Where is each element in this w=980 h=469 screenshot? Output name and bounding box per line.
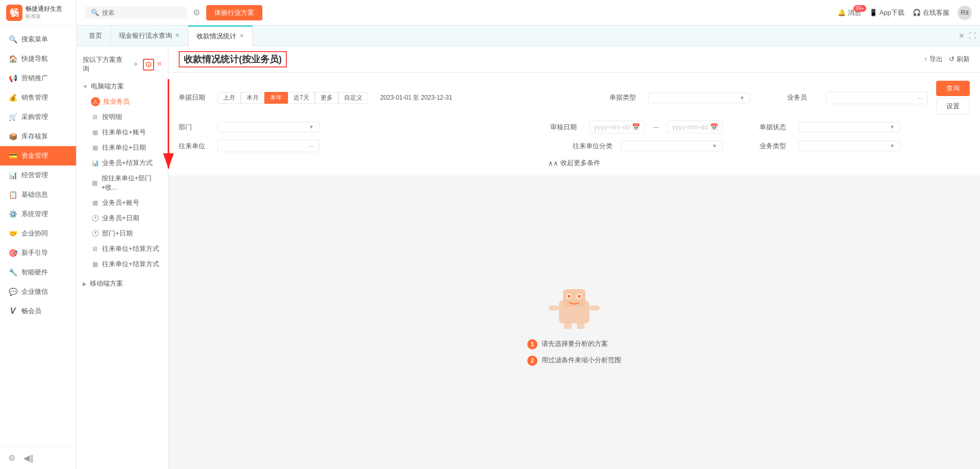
scheme-item-by-salesperson[interactable]: 人 按业务员 — [77, 94, 168, 109]
sidebar-item-guide[interactable]: 🎯 新手引导 — [0, 243, 76, 263]
date-tab-this-year[interactable]: 本年 — [264, 92, 288, 104]
scheme-item-label: 往来单位+结算方式 — [102, 244, 159, 253]
topbar-service[interactable]: 🎧 在线客服 — [913, 8, 949, 17]
table-icon: ▦ — [91, 128, 99, 136]
dept-label: 部门 — [179, 123, 209, 132]
sidebar-item-marketing[interactable]: 📢 营销推广 — [0, 68, 76, 88]
scheme-header-actions: ＋ ⚙ « — [132, 59, 162, 71]
sidebar-item-member[interactable]: V 畅会员 — [0, 301, 76, 321]
tip-text-2: 用过滤条件来缩小分析范围 — [542, 356, 621, 365]
sidebar-item-label: 企业协同 — [21, 229, 48, 238]
counterpart-type-select[interactable]: ▼ — [621, 140, 723, 151]
chevron-down-icon: ▼ — [890, 124, 895, 130]
scheme-panel: 按以下方案查询 ＋ ⚙ « ▼ 电脑端方案 人 按业务员 ⊞ — [77, 46, 168, 469]
sidebar-item-label: 搜索菜单 — [21, 35, 48, 44]
sidebar-item-quicknav[interactable]: 🏠 快捷导航 — [0, 49, 76, 68]
sidebar-item-label: 基础信息 — [21, 190, 48, 199]
date-tab-custom[interactable]: 自定义 — [338, 92, 368, 104]
sidebar-item-inventory[interactable]: 📦 库存核算 — [0, 127, 76, 146]
tab-home[interactable]: 首页 — [81, 26, 111, 46]
scheme-item-unit-date[interactable]: ▦ 往来单位+日期 — [77, 140, 168, 155]
maximize-window-icon[interactable]: ⛶ — [969, 32, 976, 40]
scheme-item-unit-account[interactable]: ▦ 往来单位+账号 — [77, 125, 168, 140]
person-icon: 人 — [91, 97, 100, 106]
sidebar-item-sales[interactable]: 💰 销售管理 — [0, 88, 76, 107]
sidebar-item-wechat[interactable]: 💬 企业微信 — [0, 282, 76, 301]
review-date-to[interactable]: yyyy-mm-dd 📅 — [667, 121, 723, 133]
calendar2-icon: 📅 — [710, 123, 718, 131]
page-header-actions: ↑ 导出 ↺ 刷新 — [924, 55, 970, 64]
scheme-item-dept-date[interactable]: 🕐 部门+日期 — [77, 226, 168, 241]
clock-icon: 🕐 — [91, 214, 99, 222]
scheme-section-desktop-title[interactable]: ▼ 电脑端方案 — [77, 79, 168, 94]
scheme-item-unit-settle2[interactable]: ▦ 往来单位+结算方式 — [77, 256, 168, 272]
counterpart-select[interactable]: ··· — [217, 139, 320, 152]
topbar-avatar[interactable]: Rit — [958, 6, 972, 20]
sidebar-item-base[interactable]: 📋 基础信息 — [0, 185, 76, 204]
sidebar-item-hardware[interactable]: 🔧 智能硬件 — [0, 263, 76, 282]
scheme-settings-icon[interactable]: ⚙ — [143, 59, 154, 71]
scheme-item-label: 按业务员 — [103, 97, 130, 106]
sidebar-item-operations[interactable]: 📊 经营管理 — [0, 166, 76, 185]
biz-type-select[interactable]: ▼ — [798, 140, 900, 151]
settings-bottom-icon[interactable]: ⚙ — [8, 453, 15, 463]
sidebar-item-purchase[interactable]: 🛒 采购管理 — [0, 107, 76, 127]
sidebar-item-label: 快捷导航 — [21, 54, 48, 63]
review-date-from[interactable]: yyyy-mm-dd 📅 — [589, 121, 645, 133]
scheme-item-sales-account[interactable]: ▦ 业务员+账号 — [77, 195, 168, 210]
ellipsis-icon: ··· — [917, 94, 922, 102]
scheme-item-unit-settle1[interactable]: ⊞ 往来单位+结算方式 — [77, 241, 168, 256]
search-icon: 🔍 — [8, 35, 17, 44]
date-label: 单据日期 — [179, 93, 209, 102]
filter-row-1: 单据日期 上月 本月 本年 近7天 更多 自定义 2023-01-01 至 20… — [179, 81, 970, 114]
sidebar-item-search[interactable]: 🔍 搜索菜单 — [0, 30, 76, 49]
date-tab-last-month[interactable]: 上月 — [217, 92, 241, 104]
scheme-collapse-icon[interactable]: « — [157, 59, 162, 71]
doc-type-select[interactable]: ▼ — [648, 92, 750, 103]
topbar-search-box[interactable]: 🔍 — [85, 7, 187, 18]
trial-btn[interactable]: 体验行业方案 — [206, 5, 262, 20]
date-tab-this-month[interactable]: 本月 — [241, 92, 264, 104]
add-scheme-icon[interactable]: ＋ — [132, 59, 140, 71]
box-icon: 📦 — [8, 132, 17, 141]
sidebar-logo: 畅 畅捷通好生意 标准版 — [0, 0, 76, 26]
tab-home-label: 首页 — [89, 31, 102, 40]
collapse-more-btn[interactable]: ∧∧ 收起更多条件 — [179, 158, 970, 168]
scheme-item-unit-dept[interactable]: ▦ 按往来单位+部门+收... — [77, 171, 168, 195]
scheme-header-label: 按以下方案查询 — [83, 55, 129, 74]
dept-select[interactable]: ▼ — [217, 122, 320, 132]
scheme-item-sales-date[interactable]: 🕐 业务员+日期 — [77, 210, 168, 226]
page-wrapper: 收款情况统计(按业务员) ↑ 导出 ↺ 刷新 单据日期 — [168, 46, 980, 469]
scheme-section-mobile-title[interactable]: ▶ 移动端方案 — [77, 276, 168, 291]
tab-collection-close[interactable]: ✕ — [239, 33, 244, 39]
doc-status-select[interactable]: ▼ — [798, 122, 900, 132]
close-window-icon[interactable]: ✕ — [959, 32, 965, 40]
collapse-sidebar-icon[interactable]: ◀‖ — [23, 453, 34, 463]
topbar-msg[interactable]: 🔔 消息 99+ — [838, 8, 861, 17]
scheme-item-by-detail[interactable]: ⊞ 按明细 — [77, 109, 168, 125]
sidebar-item-label: 智能硬件 — [21, 268, 48, 277]
export-icon: ↑ — [924, 55, 928, 63]
sidebar-item-enterprise[interactable]: 🤝 企业协同 — [0, 224, 76, 243]
tab-bank-close[interactable]: ✕ — [175, 32, 180, 39]
handshake-icon: 🤝 — [8, 229, 17, 238]
sidebar-item-system[interactable]: ⚙️ 系统管理 — [0, 204, 76, 224]
salesperson-select[interactable]: ··· — [826, 91, 928, 104]
sidebar-item-finance[interactable]: 💳 资金管理 — [0, 146, 76, 166]
refresh-btn[interactable]: ↺ 刷新 — [949, 55, 970, 64]
query-btn[interactable]: 查询 — [936, 81, 970, 96]
scheme-item-sales-settle[interactable]: 📊 业务员+结算方式 — [77, 155, 168, 171]
settings-filter-btn[interactable]: 设置 — [936, 98, 970, 114]
tab-bank[interactable]: 现金银行流水查询 ✕ — [111, 26, 188, 46]
topbar-search-input[interactable] — [102, 9, 174, 16]
export-btn[interactable]: ↑ 导出 — [924, 55, 943, 64]
filter-panel: 单据日期 上月 本月 本年 近7天 更多 自定义 2023-01-01 至 20… — [168, 73, 980, 176]
tab-collection[interactable]: 收款情况统计 ✕ — [188, 26, 253, 46]
date-tab-7days[interactable]: 近7天 — [288, 92, 315, 104]
scheme-item-label: 按往来单位+部门+收... — [102, 174, 162, 192]
topbar-settings-icon[interactable]: ⚙ — [193, 8, 200, 17]
main-area: 1 请先选择要分析的方案 2 用过滤条件来缩小分析范围 — [168, 176, 980, 469]
topbar-app[interactable]: 📱 App下载 — [869, 8, 904, 17]
tabs-bar: 首页 现金银行流水查询 ✕ 收款情况统计 ✕ ✕ ⛶ — [77, 26, 980, 46]
date-tab-more[interactable]: 更多 — [315, 92, 338, 104]
